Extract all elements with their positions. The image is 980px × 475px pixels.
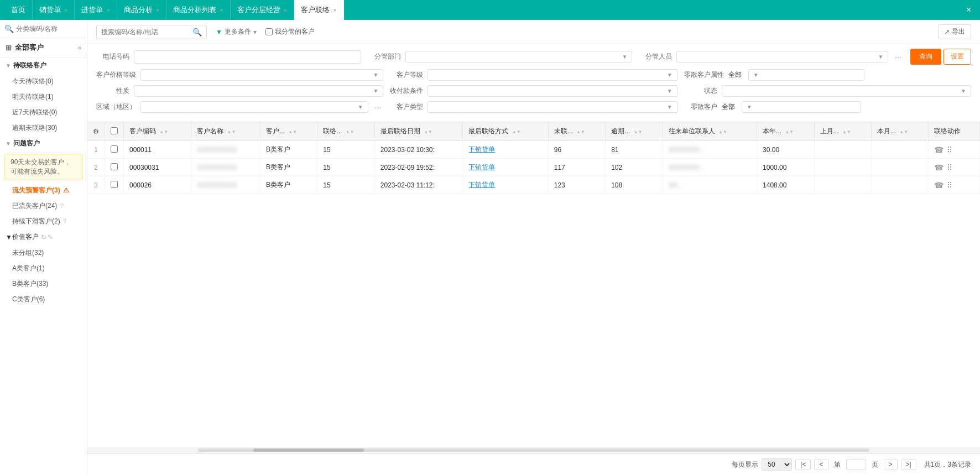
sidebar-item-tomorrow[interactable]: 明天待联络(1) bbox=[0, 89, 87, 105]
th-no-contact[interactable]: 未联... ▲▼ bbox=[548, 122, 605, 141]
sidebar-item-churning-at-risk[interactable]: 流失预警客户(3) ⚠ bbox=[0, 182, 87, 198]
horizontal-scrollbar[interactable] bbox=[87, 447, 980, 453]
tab-purchase-close[interactable]: × bbox=[106, 7, 110, 13]
filter-dept-select[interactable]: ▼ bbox=[405, 51, 633, 62]
sidebar-item-ungroup[interactable]: 未分组(32) bbox=[0, 245, 87, 260]
tab-analysis-close[interactable]: × bbox=[156, 7, 159, 13]
row-3-contact-icon[interactable]: ☎ bbox=[934, 181, 943, 190]
filter-search-input[interactable] bbox=[101, 28, 192, 36]
sidebar-item-declining[interactable]: 持续下滑客户(2) ? bbox=[0, 213, 87, 229]
th-last-method[interactable]: 最后联络方式 ▲▼ bbox=[463, 122, 548, 141]
row-1-method-link[interactable]: 下销货单 bbox=[468, 145, 495, 153]
tab-analysis-list[interactable]: 商品分析列表 × bbox=[166, 0, 230, 20]
filter-scatter-customer-select[interactable]: ▼ bbox=[742, 101, 862, 113]
row-2-contact-icon[interactable]: ☎ bbox=[934, 163, 943, 172]
sort-icon-last-month[interactable]: ▲▼ bbox=[842, 130, 851, 134]
filter-price-grade-select[interactable]: ▼ bbox=[140, 69, 383, 81]
th-overdue[interactable]: 逾期... ▲▼ bbox=[606, 122, 663, 141]
tab-customer-contact-close[interactable]: × bbox=[333, 7, 336, 13]
th-type[interactable]: 客户... ▲▼ bbox=[260, 122, 317, 141]
next-page-button[interactable]: > bbox=[884, 459, 898, 470]
per-page-select[interactable]: 50 20 100 bbox=[762, 458, 792, 471]
tab-analysis[interactable]: 商品分析 × bbox=[117, 0, 166, 20]
tab-customer-contact[interactable]: 客户联络 × bbox=[294, 0, 343, 20]
row-3-method-link[interactable]: 下销货单 bbox=[468, 181, 495, 189]
tab-customer-segment-close[interactable]: × bbox=[284, 7, 287, 13]
sidebar-item-a-class[interactable]: A类客户(1) bbox=[0, 260, 87, 276]
filter-manager-select[interactable]: ▼ bbox=[676, 51, 888, 62]
th-settings[interactable]: ⚙ bbox=[87, 122, 105, 141]
th-code[interactable]: 客户编码 ▲▼ bbox=[124, 122, 191, 141]
filter-status-select[interactable]: ▼ bbox=[722, 85, 971, 97]
row-2-method-link[interactable]: 下销货单 bbox=[468, 163, 495, 171]
export-button[interactable]: ↗ 导出 bbox=[938, 24, 971, 39]
filter-phone-input[interactable] bbox=[134, 50, 361, 64]
sidebar-collapse-icon[interactable]: « bbox=[78, 44, 81, 51]
first-page-button[interactable]: |< bbox=[795, 459, 811, 470]
row-1-more-icon[interactable]: ⠿ bbox=[947, 145, 952, 154]
tab-purchase[interactable]: 进货单 × bbox=[75, 0, 117, 20]
filter-more-button[interactable]: ▼ 更多条件 ▾ bbox=[211, 25, 261, 39]
scrollbar-thumb[interactable] bbox=[253, 448, 364, 452]
row-2-checkbox[interactable] bbox=[111, 163, 118, 170]
th-last-date[interactable]: 最后联络日期 ▲▼ bbox=[374, 122, 463, 141]
ellipsis-button-region[interactable]: ··· bbox=[373, 103, 384, 112]
refresh-icon[interactable]: ↻ bbox=[41, 233, 46, 241]
sort-icon-overdue[interactable]: ▲▼ bbox=[634, 130, 643, 134]
tab-customer-segment[interactable]: 客户分层经营 × bbox=[231, 0, 294, 20]
settings-button[interactable]: 设置 bbox=[943, 49, 971, 65]
sort-icon-method[interactable]: ▲▼ bbox=[512, 130, 521, 134]
th-current-year[interactable]: 本年... ▲▼ bbox=[757, 122, 814, 141]
row-1-contact-icon[interactable]: ☎ bbox=[934, 145, 943, 154]
row-3-more-icon[interactable]: ⠿ bbox=[947, 181, 952, 190]
row-3-last-method[interactable]: 下销货单 bbox=[463, 176, 548, 194]
page-number-input[interactable]: 1 bbox=[846, 459, 866, 470]
sort-icon-date[interactable]: ▲▼ bbox=[424, 130, 432, 134]
sidebar-all-customers[interactable]: ⊞ 全部客户 « bbox=[0, 38, 87, 58]
prev-page-button[interactable]: < bbox=[814, 459, 828, 470]
sort-icon-code[interactable]: ▲▼ bbox=[159, 130, 168, 134]
my-customers-checkbox[interactable] bbox=[265, 28, 273, 35]
th-name[interactable]: 客户名称 ▲▼ bbox=[191, 122, 260, 141]
sort-icon-name[interactable]: ▲▼ bbox=[227, 130, 236, 134]
sidebar-item-churned[interactable]: 已流失客户(24) ? bbox=[0, 198, 87, 213]
row-3-checkbox[interactable] bbox=[111, 181, 118, 188]
tab-home[interactable]: 首页 bbox=[4, 0, 33, 20]
sort-icon-year[interactable]: ▲▼ bbox=[785, 130, 794, 134]
tab-analysis-list-close[interactable]: × bbox=[220, 7, 223, 13]
sort-icon-contact[interactable]: ▲▼ bbox=[346, 130, 355, 134]
sort-icon-type[interactable]: ▲▼ bbox=[288, 130, 297, 134]
filter-search-button[interactable]: 🔍 bbox=[192, 28, 202, 36]
tab-sales[interactable]: 销货单 × bbox=[33, 0, 75, 20]
sort-icon-no-contact[interactable]: ▲▼ bbox=[576, 130, 585, 134]
th-contacts[interactable]: 往来单位联系人 ▲▼ bbox=[663, 122, 757, 141]
sidebar-item-week[interactable]: 近7天待联络(0) bbox=[0, 105, 87, 120]
sidebar-item-today[interactable]: 今天待联络(0) bbox=[0, 74, 87, 89]
sidebar-item-overdue[interactable]: 逾期未联络(30) bbox=[0, 120, 87, 135]
edit-icon[interactable]: ✎ bbox=[48, 233, 53, 241]
tab-sales-close[interactable]: × bbox=[64, 7, 67, 13]
select-all-checkbox[interactable] bbox=[111, 127, 118, 134]
window-close-button[interactable]: × bbox=[962, 3, 976, 17]
th-this-month[interactable]: 本月... ▲▼ bbox=[871, 122, 928, 141]
sidebar-group-churning[interactable]: ▼ 问题客户 bbox=[0, 135, 87, 152]
filter-customer-grade-select[interactable]: ▼ bbox=[428, 69, 677, 81]
filter-region-select[interactable]: ▼ bbox=[140, 101, 368, 113]
row-1-last-method[interactable]: 下销货单 bbox=[463, 141, 548, 159]
filter-nature-select[interactable]: ▼ bbox=[134, 85, 383, 97]
sidebar-group-valued[interactable]: ▼ 价值客户 ↻ ✎ bbox=[0, 229, 87, 245]
sidebar-group-pending[interactable]: ▼ 待联络客户 bbox=[0, 58, 87, 74]
row-2-more-icon[interactable]: ⠿ bbox=[947, 163, 952, 172]
sidebar-item-b-class[interactable]: B类客户(33) bbox=[0, 276, 87, 291]
ellipsis-button-manager[interactable]: ··· bbox=[893, 53, 904, 61]
th-last-month[interactable]: 上月... ▲▼ bbox=[814, 122, 871, 141]
sidebar-search-input[interactable] bbox=[16, 25, 87, 33]
sort-icon-contacts[interactable]: ▲▼ bbox=[718, 130, 727, 134]
query-button[interactable]: 查询 bbox=[910, 49, 941, 65]
sort-icon-this-month[interactable]: ▲▼ bbox=[899, 130, 908, 134]
th-contact[interactable]: 联络... ▲▼ bbox=[317, 122, 374, 141]
row-1-checkbox[interactable] bbox=[111, 145, 118, 153]
row-2-last-method[interactable]: 下销货单 bbox=[463, 159, 548, 176]
filter-scatter-attr-select[interactable]: ▼ bbox=[748, 69, 865, 81]
sidebar-item-c-class[interactable]: C类客户(6) bbox=[0, 291, 87, 307]
